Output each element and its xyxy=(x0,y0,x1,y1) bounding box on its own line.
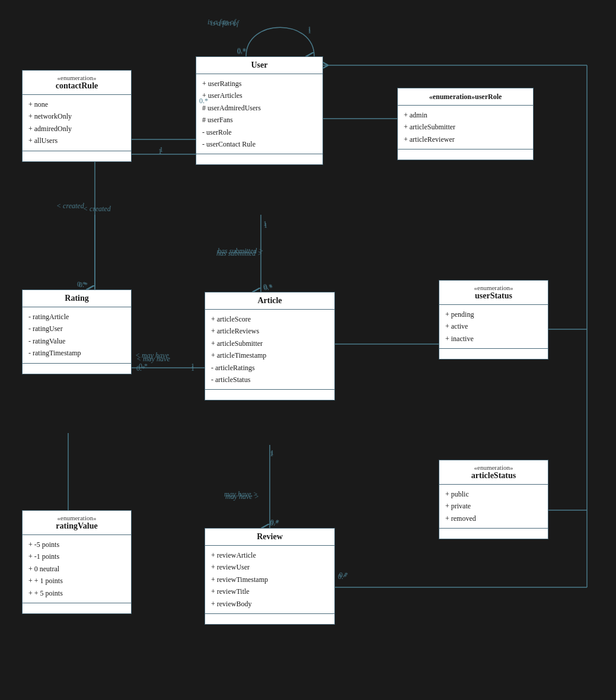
rating-value-attr-2: + -1 points xyxy=(28,551,125,562)
review-attr-3: + reviewTimestamp xyxy=(211,574,328,586)
review-attr-4: + reviewTitle xyxy=(211,586,328,597)
contact-rule-class-body: + none + networkOnly + admiredOnly + all… xyxy=(23,95,131,151)
contact-rule-attr-2: + networkOnly xyxy=(28,110,125,122)
user-attr-6: - userContact Rule xyxy=(202,138,317,150)
is-a-fan-of-text: is a fan of xyxy=(208,18,236,27)
mult-1-cr: 1 xyxy=(159,145,163,154)
review-class-box: Review + reviewArticle + reviewUser + re… xyxy=(205,528,335,625)
article-class-header: Article xyxy=(205,292,334,310)
contact-rule-attr-4: + allUsers xyxy=(28,135,125,147)
rating-attr-2: - ratingUser xyxy=(28,323,125,335)
mult-0-many-mh: 0.* xyxy=(139,362,148,371)
user-class-footer xyxy=(196,154,323,164)
rating-class-name: Rating xyxy=(65,294,88,303)
rating-class-body: - ratingArticle - ratingUser - ratingVal… xyxy=(23,307,131,363)
user-role-attr-1: + admin xyxy=(404,109,527,121)
article-attr-1: + articleScore xyxy=(211,313,328,325)
article-status-class-body: + public + private + removed xyxy=(439,485,548,528)
user-status-class-footer xyxy=(439,348,548,359)
contact-rule-stereotype: «enumeration» xyxy=(28,74,125,81)
user-status-class-name: userStatus xyxy=(475,291,512,300)
user-class-body: + userRatings + userArticles # userAdmir… xyxy=(196,74,323,154)
user-role-class-box: «enumeration»userRole + admin + articleS… xyxy=(397,88,534,160)
article-status-class-header: «enumeration» articleStatus xyxy=(439,460,548,485)
article-status-attr-2: + private xyxy=(445,500,542,512)
contact-rule-attr-1: + none xyxy=(28,98,125,110)
user-status-stereotype: «enumeration» xyxy=(445,284,542,291)
user-status-attr-3: + inactive xyxy=(445,333,542,345)
mult-0-many-rev: 0.* xyxy=(339,571,348,580)
user-attr-4: # userFans xyxy=(202,114,317,126)
user-attr-1: + userRatings xyxy=(202,78,317,90)
article-attr-2: + articleReviews xyxy=(211,325,328,337)
contact-rule-attr-3: + admiredOnly xyxy=(28,123,125,135)
mult-1-fanof: 1 xyxy=(308,25,311,34)
mult-1-mh2: 1 xyxy=(270,448,274,457)
contact-rule-class-header: «enumeration» contactRule xyxy=(23,71,131,95)
article-status-attr-1: + public xyxy=(445,488,542,500)
mult-0-many-created: 0.* xyxy=(79,281,88,289)
user-status-class-header: «enumeration» userStatus xyxy=(439,281,548,305)
user-class-box: User + userRatings + userArticles # user… xyxy=(196,56,323,165)
may-have2-text: may have > xyxy=(224,490,258,499)
article-status-attr-3: + removed xyxy=(445,513,542,524)
article-attr-3: + articleSubmitter xyxy=(211,338,328,349)
article-class-footer xyxy=(205,389,334,400)
article-class-name: Article xyxy=(257,296,282,305)
rating-value-attr-3: + 0 neutral xyxy=(28,563,125,575)
mult-0-many-mh2: 0.* xyxy=(270,518,279,527)
user-role-class-footer xyxy=(398,149,533,160)
contact-rule-class-footer xyxy=(23,151,131,161)
article-attr-6: - articleStatus xyxy=(211,374,328,386)
article-status-class-box: «enumeration» articleStatus + public + p… xyxy=(439,460,548,539)
article-attr-4: + articleTimestamp xyxy=(211,349,328,361)
article-status-class-name: articleStatus xyxy=(471,471,516,480)
contact-rule-class-name: contactRule xyxy=(56,81,98,90)
rating-value-class-box: «enumeration» ratingValue + -5 points + … xyxy=(22,510,132,614)
user-status-attr-2: + active xyxy=(445,320,542,332)
rating-value-attr-4: + + 1 points xyxy=(28,575,125,587)
created-text: < created xyxy=(56,202,84,211)
rating-value-class-body: + -5 points + -1 points + 0 neutral + + … xyxy=(23,535,131,603)
rating-value-attr-5: + + 5 points xyxy=(28,587,125,599)
user-attr-2: + userArticles xyxy=(202,90,317,101)
rating-value-class-name: ratingValue xyxy=(56,521,97,530)
article-class-box: Article + articleScore + articleReviews … xyxy=(205,292,335,400)
mult-0-many-cr: 0.* xyxy=(199,97,208,106)
review-attr-5: + reviewBody xyxy=(211,598,328,610)
rating-class-header: Rating xyxy=(23,290,131,307)
may-have-text: < may have xyxy=(135,351,169,360)
user-attr-5: - userRole xyxy=(202,126,317,138)
mult-0-many-hs: 0.* xyxy=(263,282,272,291)
rating-attr-4: - ratingTimestamp xyxy=(28,347,125,359)
rating-class-box: Rating - ratingArticle - ratingUser - ra… xyxy=(22,289,132,374)
review-class-header: Review xyxy=(205,529,334,546)
article-class-body: + articleScore + articleReviews + articl… xyxy=(205,310,334,389)
mult-1-hs: 1 xyxy=(263,219,267,228)
rating-value-stereotype: «enumeration» xyxy=(28,514,125,521)
article-status-stereotype: «enumeration» xyxy=(445,464,542,471)
user-status-attr-1: + pending xyxy=(445,308,542,320)
rating-value-class-footer xyxy=(23,603,131,613)
user-role-attr-2: + articleSubmitter xyxy=(404,121,527,133)
contact-rule-class-box: «enumeration» contactRule + none + netwo… xyxy=(22,70,132,162)
rating-value-attr-1: + -5 points xyxy=(28,539,125,551)
rating-attr-1: - ratingArticle xyxy=(28,311,125,323)
user-status-class-body: + pending + active + inactive xyxy=(439,305,548,348)
rating-value-class-header: «enumeration» ratingValue xyxy=(23,511,131,535)
review-attr-2: + reviewUser xyxy=(211,561,328,573)
review-attr-1: + reviewArticle xyxy=(211,549,328,561)
user-status-class-box: «enumeration» userStatus + pending + act… xyxy=(439,280,548,359)
user-class-header: User xyxy=(196,57,323,74)
user-attr-3: # userAdmiredUsers xyxy=(202,102,317,114)
user-role-attr-3: + articleReviewer xyxy=(404,133,527,145)
mult-1-mh: 1 xyxy=(191,362,194,371)
has-submitted-text: has submitted > xyxy=(218,247,263,256)
user-class-name: User xyxy=(251,61,268,69)
article-status-class-footer xyxy=(439,528,548,539)
user-role-class-body: + admin + articleSubmitter + articleRevi… xyxy=(398,106,533,149)
created-label: < created xyxy=(83,205,111,214)
rating-attr-3: - ratingValue xyxy=(28,335,125,347)
user-role-class-header: «enumeration»userRole xyxy=(398,88,533,106)
article-attr-5: - articleRatings xyxy=(211,362,328,374)
